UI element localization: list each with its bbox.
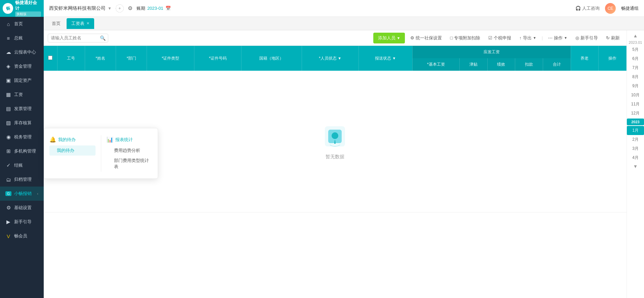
timeline-month-9[interactable]: 9月: [627, 81, 644, 91]
base-salary-header: *基本工资: [412, 58, 459, 71]
popup-item-my-pending[interactable]: 我的待办: [49, 145, 96, 156]
export-icon: ↑: [519, 35, 522, 40]
avatar: CE: [605, 3, 616, 14]
sidebar-item-xiao-chang[interactable]: G 小畅报销 ‹: [0, 187, 44, 201]
export-arrow-icon: ▼: [533, 36, 536, 40]
id-type-header: *证件类型: [147, 46, 194, 71]
popup-row: 🔔 我的待办 我的待办 📊 报表统计 费用趋势分析 部门费用类型统计表: [44, 132, 158, 174]
actions-header: 操作: [599, 46, 627, 71]
nationality-header: 国籍（地区）: [241, 46, 302, 71]
sidebar-item-salary[interactable]: ▦ 工资: [0, 88, 44, 102]
sidebar-item-cloud-report[interactable]: ☁ 云报表中心: [0, 45, 44, 59]
tab-close-icon[interactable]: ✕: [86, 21, 89, 26]
sidebar-item-new-guide[interactable]: ▶ 新手引导: [0, 215, 44, 229]
timeline: ▲ 2023.01 5月 6月 7月 8月 9月 10月 11月 12月 202…: [627, 30, 644, 298]
employee-no-header: 工号: [57, 46, 85, 71]
sidebar-item-inventory[interactable]: ▨ 库存核算: [0, 116, 44, 130]
sidebar-item-invoice[interactable]: ▤ 发票管理: [0, 102, 44, 116]
popup-item-cost-trend[interactable]: 费用趋势分析: [107, 145, 153, 156]
total-header: 合计: [543, 58, 571, 71]
department-header: *部门: [116, 46, 147, 71]
report-status-header: 报送状态 ▼: [358, 46, 412, 71]
timeline-up-icon[interactable]: ▲: [632, 32, 639, 40]
sidebar-item-basic-settings[interactable]: ⚙ 基础设置: [0, 201, 44, 215]
allowance-header: 津贴: [459, 58, 487, 71]
settings-button[interactable]: ⚙: [128, 5, 132, 11]
app-version: 旗舰版: [15, 11, 41, 17]
timeline-month-11[interactable]: 11月: [627, 100, 644, 109]
timeline-month-3[interactable]: 3月: [627, 144, 644, 153]
tax-declaration-button[interactable]: ☑ 个税申报: [486, 34, 514, 42]
home-icon: ⌂: [5, 21, 11, 27]
popup-col-reports: 📊 报表统计 费用趋势分析 部门费用类型统计表: [101, 132, 158, 174]
expand-arrow-icon: ‹: [37, 192, 38, 196]
invoice-icon: ▤: [5, 106, 11, 112]
sidebar: 畅 畅捷通好会计 旗舰版 ⌂ 首页 ≡ 总账 ☁ 云报表中心 ◈ 资金管理 ▣ …: [0, 0, 44, 298]
sidebar-item-member[interactable]: V 畅会员: [0, 229, 44, 243]
deductions-header: 扣款: [515, 58, 543, 71]
period-value: 2023-01: [147, 6, 163, 11]
popup-pending-title: 🔔 我的待办: [49, 135, 96, 145]
cloud-icon: ☁: [5, 49, 11, 55]
period-label: 账期: [137, 5, 145, 11]
sidebar-item-archive[interactable]: 🗂 归档管理: [0, 172, 44, 187]
tab-home[interactable]: 首页: [47, 18, 65, 29]
timeline-month-12[interactable]: 12月: [627, 109, 644, 118]
tab-salary-table[interactable]: 工资表 ✕: [67, 18, 94, 29]
sidebar-item-ledger[interactable]: ≡ 总账: [0, 31, 44, 45]
add-person-button[interactable]: 添加人员 ▼: [373, 33, 405, 43]
timeline-month-4[interactable]: 4月: [627, 153, 644, 162]
timeline-month-1[interactable]: 1月: [627, 126, 644, 135]
operation-button[interactable]: ⋯ 操作 ▼: [545, 34, 570, 42]
tabbar: 首页 工资表 ✕: [44, 17, 644, 30]
performance-header: 绩效: [487, 58, 515, 71]
company-dropdown-icon: ▼: [108, 6, 112, 11]
sidebar-item-fixed-assets[interactable]: ▣ 固定资产: [0, 73, 44, 88]
search-input[interactable]: [51, 35, 98, 40]
export-button[interactable]: ↑ 导出 ▼: [517, 34, 539, 42]
timeline-month-5[interactable]: 5月: [627, 45, 644, 54]
social-insurance-button[interactable]: ⚙ 统一社保设置: [408, 34, 445, 42]
person-status-filter-icon[interactable]: ▼: [338, 56, 341, 60]
company-selector[interactable]: 西安虾米网络科技有限公司 ▼: [49, 5, 112, 11]
tax-icon: ◉: [5, 134, 11, 140]
empty-text: 暂无数据: [326, 154, 344, 160]
timeline-down-icon[interactable]: ▼: [632, 162, 639, 170]
sidebar-item-home[interactable]: ⌂ 首页: [0, 17, 44, 31]
customer-service-button[interactable]: 🎧 人工咨询: [575, 5, 600, 11]
timeline-month-7[interactable]: 7月: [627, 63, 644, 72]
pension-header: 养老: [571, 46, 599, 71]
new-guide-button[interactable]: ◎ 新手引导: [573, 34, 601, 42]
headset-icon: 🎧: [575, 6, 581, 11]
popup-reports-title: 📊 报表统计: [107, 135, 153, 145]
empty-icon: [321, 123, 348, 150]
sidebar-item-checkout[interactable]: ✓ 结账: [0, 158, 44, 172]
svg-point-4: [334, 142, 336, 144]
refresh-button[interactable]: ↻ 刷新: [603, 34, 622, 42]
sidebar-item-fund[interactable]: ◈ 资金管理: [0, 59, 44, 73]
member-icon: V: [5, 233, 11, 239]
add-company-button[interactable]: +: [116, 4, 124, 12]
timeline-year-label: 2023.01: [629, 40, 642, 45]
popup-item-dept-cost[interactable]: 部门费用类型统计表: [107, 156, 153, 172]
inventory-icon: ▨: [5, 120, 11, 126]
timeline-month-8[interactable]: 8月: [627, 72, 644, 81]
svg-point-2: [332, 132, 338, 139]
select-all-checkbox[interactable]: [48, 56, 52, 60]
person-status-header: *人员状态 ▼: [302, 46, 358, 71]
sidebar-item-tax[interactable]: ◉ 税务管理: [0, 130, 44, 144]
tax-deduction-button[interactable]: □ 专项附加扣除: [447, 34, 483, 42]
sidebar-item-multi-org[interactable]: ⊞ 多机构管理: [0, 144, 44, 158]
building-icon: ▣: [5, 77, 11, 84]
report-status-filter-icon[interactable]: ▼: [392, 56, 396, 60]
timeline-month-2[interactable]: 2月: [627, 135, 644, 144]
timeline-month-10[interactable]: 10月: [627, 91, 644, 100]
timeline-month-6[interactable]: 6月: [627, 54, 644, 63]
checkbox-header[interactable]: [44, 46, 57, 71]
add-person-arrow-icon: ▼: [397, 36, 401, 40]
multi-org-icon: ⊞: [5, 148, 11, 154]
operation-arrow-icon: ▼: [564, 36, 567, 40]
calendar-icon[interactable]: 📅: [165, 6, 171, 11]
timeline-year-2023: 2023: [627, 119, 644, 125]
username: 畅捷通组: [621, 5, 639, 11]
